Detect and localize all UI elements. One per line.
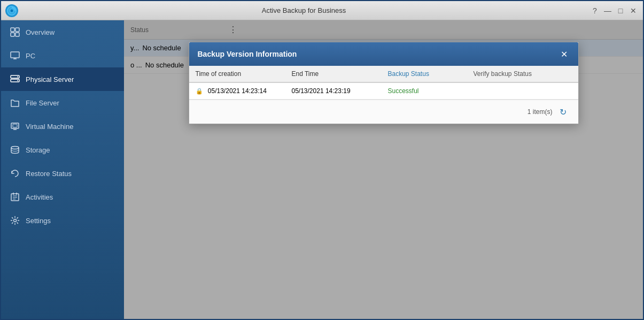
- svg-rect-6: [11, 52, 19, 58]
- virtual-machine-icon: [10, 121, 20, 132]
- sidebar-label-restore-status: Restore Status: [26, 170, 72, 178]
- sidebar-item-settings[interactable]: Settings: [1, 209, 124, 232]
- sidebar-label-pc: PC: [26, 52, 35, 60]
- cell-end-time: 05/13/2021 14:23:19: [292, 87, 388, 95]
- sidebar-item-overview[interactable]: Overview: [1, 20, 124, 44]
- sidebar-label-physical-server: Physical Server: [26, 75, 74, 83]
- app-content: Overview PC: [1, 20, 643, 319]
- modal-header: Backup Version Information ✕: [189, 42, 578, 66]
- maximize-button[interactable]: □: [615, 5, 626, 16]
- modal-close-button[interactable]: ✕: [559, 49, 570, 59]
- modal-table: Time of creation End Time Backup Status …: [189, 66, 578, 100]
- lock-icon: 🔒: [196, 88, 203, 94]
- cell-backup-status: Successful: [388, 87, 474, 95]
- svg-point-23: [14, 219, 17, 222]
- sidebar-item-virtual-machine[interactable]: Virtual Machine: [1, 115, 124, 138]
- storage-icon: [10, 144, 20, 155]
- col-header-verify-status: Verify backup Status: [474, 70, 572, 78]
- svg-point-16: [11, 147, 19, 149]
- main-area: Status ⋮ y... No schedule o ... No sched…: [124, 20, 643, 319]
- sidebar-label-overview: Overview: [26, 28, 55, 36]
- close-window-button[interactable]: ✕: [628, 5, 639, 16]
- sidebar-label-activities: Activities: [26, 193, 53, 201]
- sidebar-item-pc[interactable]: PC: [1, 44, 124, 67]
- overview-icon: [10, 27, 20, 37]
- modal-footer: 1 item(s) ↻: [189, 100, 578, 124]
- svg-rect-5: [15, 33, 19, 36]
- sidebar-item-activities[interactable]: Activities: [1, 185, 124, 209]
- col-header-backup-status: Backup Status: [388, 70, 474, 78]
- sidebar-label-storage: Storage: [26, 146, 50, 154]
- cell-creation-time: 🔒 05/13/2021 14:23:14: [196, 87, 292, 95]
- file-server-icon: [10, 97, 20, 108]
- svg-rect-4: [11, 33, 14, 36]
- sidebar-item-restore-status[interactable]: Restore Status: [1, 162, 124, 185]
- modal-title: Backup Version Information: [198, 50, 297, 58]
- title-bar: Active Backup for Business ? — □ ✕: [1, 1, 643, 20]
- svg-rect-2: [11, 28, 14, 32]
- table-row[interactable]: 🔒 05/13/2021 14:23:14 05/13/2021 14:23:1…: [189, 83, 578, 100]
- physical-server-icon: [10, 74, 20, 85]
- sidebar: Overview PC: [1, 20, 124, 319]
- svg-rect-14: [13, 124, 17, 127]
- svg-point-1: [11, 9, 13, 12]
- window-title: Active Backup for Business: [262, 6, 346, 14]
- modal-table-header: Time of creation End Time Backup Status …: [189, 66, 578, 83]
- minimize-button[interactable]: —: [602, 5, 613, 16]
- svg-point-11: [17, 77, 18, 78]
- creation-time-value: 05/13/2021 14:23:14: [208, 87, 267, 95]
- main-window: Active Backup for Business ? — □ ✕: [0, 0, 644, 320]
- sidebar-label-file-server: File Server: [26, 99, 59, 107]
- help-button[interactable]: ?: [589, 5, 600, 16]
- pc-icon: [10, 50, 20, 61]
- sidebar-label-virtual-machine: Virtual Machine: [26, 123, 73, 131]
- app-logo: [5, 4, 18, 17]
- item-count: 1 item(s): [527, 108, 553, 116]
- svg-point-12: [17, 80, 18, 81]
- window-controls: ? — □ ✕: [589, 5, 639, 16]
- modal-overlay: Backup Version Information ✕ Time of cre…: [124, 20, 643, 319]
- sidebar-item-physical-server[interactable]: Physical Server: [1, 67, 124, 91]
- restore-status-icon: [10, 168, 20, 179]
- sidebar-label-settings: Settings: [26, 217, 51, 225]
- col-header-end-time: End Time: [292, 70, 388, 78]
- sidebar-item-storage[interactable]: Storage: [1, 138, 124, 162]
- settings-icon: [10, 215, 20, 226]
- backup-version-modal: Backup Version Information ✕ Time of cre…: [189, 42, 579, 124]
- activities-icon: [10, 192, 20, 202]
- sidebar-item-file-server[interactable]: File Server: [1, 91, 124, 115]
- col-header-creation-time: Time of creation: [196, 70, 292, 78]
- svg-rect-3: [15, 28, 19, 32]
- refresh-button[interactable]: ↻: [557, 105, 570, 118]
